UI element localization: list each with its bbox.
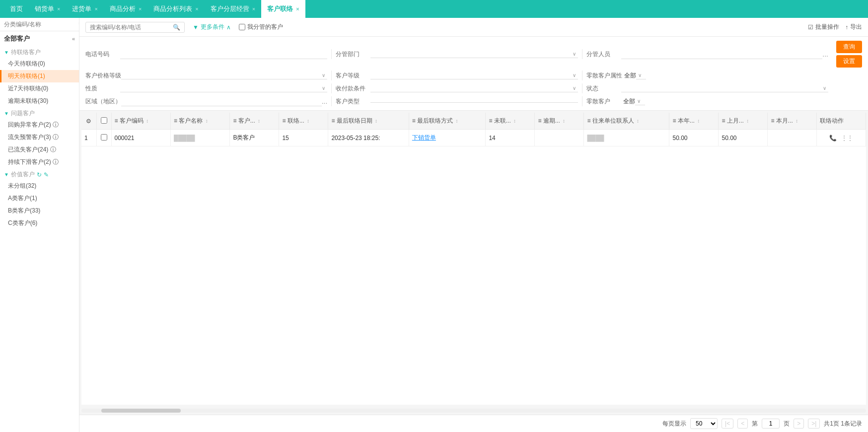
search-icon[interactable]: 🔍	[173, 24, 180, 31]
nav-analysis[interactable]: 商品分析 ×	[104, 0, 147, 18]
problem-triangle: ▼	[4, 111, 9, 116]
name-sort-icon: ↕	[206, 118, 208, 124]
nav-home[interactable]: 首页	[4, 0, 29, 18]
sidebar-item-class-c[interactable]: C类客户(6)	[0, 217, 79, 229]
filter-dept-select[interactable]: ∨	[370, 50, 578, 58]
nav-customer-layer-close[interactable]: ×	[252, 6, 255, 12]
batch-ops-button[interactable]: ☑ 批量操作	[808, 23, 839, 31]
col-this-month[interactable]: ≡ 本月... ↕	[768, 113, 817, 130]
cell-company-contact: ████	[584, 130, 669, 146]
filter-customer-level: 客户等级 ∨	[336, 72, 578, 80]
code-sort-icon: ↕	[146, 118, 148, 124]
page-input[interactable]	[762, 419, 780, 429]
sidebar-search-input[interactable]	[4, 21, 78, 28]
cell-index: 1	[81, 130, 96, 146]
search-input[interactable]	[90, 24, 173, 31]
col-last-contact-method[interactable]: ≡ 最后联络方式 ↕	[409, 113, 486, 130]
filter-retail-attr: 零散客户属性 全部 ∨	[586, 72, 828, 80]
filter-customer-level-select[interactable]: ∨	[370, 72, 578, 79]
retail-attr-arrow: ∨	[638, 72, 642, 78]
settings-button[interactable]: 设置	[836, 55, 862, 68]
filter-customer-type-select[interactable]	[370, 100, 578, 103]
export-button[interactable]: ↑ 导出	[845, 23, 862, 31]
page-size-select[interactable]: 50 100 200	[690, 418, 718, 429]
last-page-button[interactable]: >|	[808, 419, 820, 429]
cell-checkbox[interactable]	[96, 130, 111, 146]
filter-nature-select[interactable]: ∨	[120, 84, 327, 92]
col-overdue[interactable]: ≡ 逾期... ↕	[535, 113, 584, 130]
col-gear[interactable]: ⚙	[81, 113, 96, 130]
filter-retail-customer-select[interactable]: ∨	[635, 97, 645, 105]
action-call-icon[interactable]: 📞	[829, 135, 837, 142]
customer-level-arrow: ∨	[573, 72, 576, 78]
sidebar-item-churned[interactable]: 已流失客户(24) ⓘ	[0, 144, 79, 156]
query-button[interactable]: 查询	[836, 41, 862, 53]
last-contact-link[interactable]: 下销货单	[412, 134, 436, 141]
value-triangle: ▼	[4, 172, 9, 177]
filter-status-select[interactable]: ∨	[621, 84, 828, 92]
more-filter-button[interactable]: ▼ 更多条件 ∧	[189, 21, 235, 33]
scrollbar-thumb[interactable]	[101, 409, 181, 413]
filter-retail-attr-select[interactable]: ∨	[636, 72, 646, 79]
filter-price-level-select[interactable]: ∨	[121, 72, 327, 79]
nav-purchase[interactable]: 进货单 ×	[66, 0, 103, 18]
sidebar-item-class-b[interactable]: B类客户(33)	[0, 205, 79, 217]
data-table: ⚙ ≡ 客户编码 ↕ ≡ 客户名称 ↕	[81, 113, 866, 146]
sidebar-item-overdue[interactable]: 逾期未联络(30)	[0, 95, 79, 107]
sidebar-item-repurchase-abnormal[interactable]: 回购异常客户(2) ⓘ	[0, 119, 79, 131]
main-layout: 🔍 全部客户 « ▼ 待联络客户 今天待联络(0) 明天待联络(1) 近7天待联…	[0, 18, 868, 432]
col-company-contact[interactable]: ≡ 往来单位联系人 ↕	[584, 113, 669, 130]
prev-page-button[interactable]: <	[737, 419, 748, 429]
sidebar-item-declining[interactable]: 持续下滑客户(2) ⓘ	[0, 156, 79, 168]
nav-sales[interactable]: 销货单 ×	[29, 0, 66, 18]
gear-icon[interactable]: ⚙	[86, 118, 91, 125]
nav-customer-contact-close[interactable]: ×	[296, 6, 299, 12]
col-this-year[interactable]: ≡ 本年... ↕	[669, 113, 719, 130]
filter-region-input[interactable]	[121, 97, 322, 106]
nav-customer-contact[interactable]: 客户联络 ×	[261, 0, 305, 18]
filter-payment-select[interactable]: ∨	[370, 84, 578, 92]
col-no-contact[interactable]: ≡ 未联... ↕	[486, 113, 535, 130]
retail-customer-arrow: ∨	[637, 98, 641, 104]
status-arrow: ∨	[823, 85, 826, 91]
sidebar-item-class-a[interactable]: A类客户(1)	[0, 192, 79, 205]
col-code[interactable]: ≡ 客户编码 ↕	[111, 113, 170, 130]
batch-ops-icon: ☑	[808, 24, 813, 31]
col-last-month[interactable]: ≡ 上月... ↕	[719, 113, 768, 130]
first-page-button[interactable]: |<	[722, 419, 733, 429]
filter-manager: 分管人员 ...	[586, 50, 828, 59]
col-checkbox[interactable]	[96, 113, 111, 130]
my-customers-checkbox[interactable]	[239, 24, 245, 30]
sidebar-all-customers[interactable]: 全部客户 «	[0, 31, 79, 46]
select-all-checkbox[interactable]	[101, 117, 107, 124]
nav-sales-close[interactable]: ×	[57, 6, 60, 12]
manager-dots-button[interactable]: ...	[822, 50, 828, 58]
nav-analysis-close[interactable]: ×	[139, 6, 142, 12]
col-type[interactable]: ≡ 客户... ↕	[230, 113, 279, 130]
sidebar-item-ungrouped[interactable]: 未分组(32)	[0, 180, 79, 192]
filter-phone: 电话号码	[85, 50, 327, 59]
col-last-contact-date[interactable]: ≡ 最后联络日期 ↕	[328, 113, 409, 130]
sidebar-collapse-icon: «	[72, 36, 75, 42]
cell-overdue	[535, 130, 584, 146]
nav-analysis-list[interactable]: 商品分析列表 ×	[147, 0, 204, 18]
sidebar-item-7days[interactable]: 近7天待联络(0)	[0, 82, 79, 95]
col-contact-count[interactable]: ≡ 联络... ↕	[279, 113, 328, 130]
cell-last-contact-date: 2023-05-23 18:25:	[328, 130, 409, 146]
row-checkbox[interactable]	[101, 134, 107, 141]
nav-analysis-list-close[interactable]: ×	[195, 6, 198, 12]
filter-manager-input[interactable]	[621, 50, 823, 59]
nav-customer-layer[interactable]: 客户分层经营 ×	[205, 0, 261, 18]
horizontal-scrollbar[interactable]	[81, 409, 866, 413]
cell-type: B类客户	[230, 130, 279, 146]
action-more-icon[interactable]: ⋮⋮	[841, 135, 853, 142]
sidebar-item-today[interactable]: 今天待联络(0)	[0, 58, 79, 70]
sidebar-item-tomorrow[interactable]: 明天待联络(1)	[0, 70, 79, 82]
nav-purchase-close[interactable]: ×	[94, 6, 97, 12]
region-dots-button[interactable]: ...	[322, 97, 328, 105]
next-page-button[interactable]: >	[794, 419, 804, 429]
filter-phone-input[interactable]	[120, 50, 327, 59]
my-customers-checkbox-label[interactable]: 我分管的客户	[239, 23, 283, 31]
sidebar-item-churn-warning[interactable]: 流失预警客户(3) ⓘ	[0, 131, 79, 144]
col-name[interactable]: ≡ 客户名称 ↕	[170, 113, 229, 130]
